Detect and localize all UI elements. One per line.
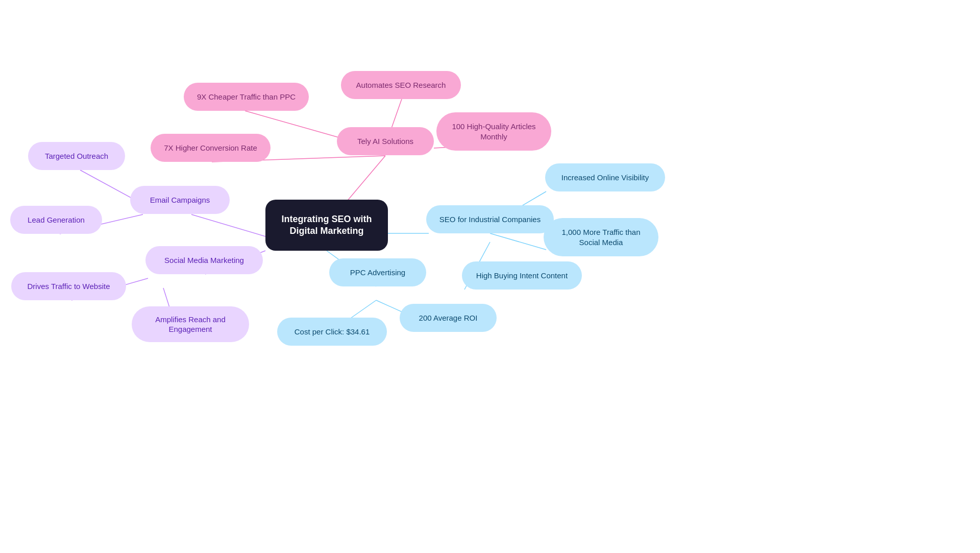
- drives-traffic-label: Drives Traffic to Website: [28, 281, 110, 292]
- avg-roi-label: 200 Average ROI: [419, 313, 478, 323]
- more-traffic-node: 1,000 More Traffic than Social Media: [544, 218, 658, 256]
- seo-industrial-label: SEO for Industrial Companies: [439, 214, 541, 225]
- tely-ai-node: Tely AI Solutions: [337, 127, 434, 155]
- social-media-node: Social Media Marketing: [145, 246, 263, 274]
- increased-visibility-node: Increased Online Visibility: [545, 163, 665, 191]
- cost-per-click-label: Cost per Click: $34.61: [295, 327, 370, 337]
- cost-per-click-node: Cost per Click: $34.61: [277, 318, 387, 346]
- lead-generation-node: Lead Generation: [10, 206, 102, 234]
- articles-monthly-node: 100 High-Quality Articles Monthly: [436, 112, 551, 151]
- high-buying-intent-node: High Buying Intent Content: [462, 261, 582, 290]
- articles-monthly-label: 100 High-Quality Articles Monthly: [447, 122, 541, 141]
- amplifies-reach-node: Amplifies Reach and Engagement: [132, 306, 249, 342]
- automates-seo-node: Automates SEO Research: [341, 71, 461, 99]
- social-media-label: Social Media Marketing: [164, 255, 244, 266]
- higher-conversion-label: 7X Higher Conversion Rate: [164, 143, 257, 153]
- svg-line-16: [490, 233, 546, 250]
- targeted-outreach-label: Targeted Outreach: [45, 151, 108, 161]
- center-node: Integrating SEO with Digital Marketing: [265, 200, 388, 251]
- more-traffic-label: 1,000 More Traffic than Social Media: [554, 227, 648, 247]
- amplifies-reach-label: Amplifies Reach and Engagement: [142, 315, 239, 334]
- ppc-advertising-node: PPC Advertising: [329, 258, 426, 286]
- higher-conversion-node: 7X Higher Conversion Rate: [151, 134, 271, 162]
- drives-traffic-node: Drives Traffic to Website: [11, 272, 126, 300]
- seo-industrial-node: SEO for Industrial Companies: [426, 205, 554, 233]
- increased-visibility-label: Increased Online Visibility: [561, 173, 649, 183]
- automates-seo-label: Automates SEO Research: [356, 80, 446, 90]
- svg-line-5: [191, 214, 265, 236]
- lead-generation-label: Lead Generation: [28, 215, 85, 225]
- avg-roi-node: 200 Average ROI: [400, 304, 497, 332]
- center-label: Integrating SEO with Digital Marketing: [276, 213, 378, 237]
- cheaper-traffic-label: 9X Cheaper Traffic than PPC: [197, 92, 296, 102]
- email-campaigns-node: Email Campaigns: [130, 186, 230, 214]
- targeted-outreach-node: Targeted Outreach: [28, 142, 125, 170]
- ppc-advertising-label: PPC Advertising: [350, 268, 405, 278]
- tely-ai-label: Tely AI Solutions: [357, 136, 413, 147]
- email-campaigns-label: Email Campaigns: [150, 195, 210, 205]
- high-buying-intent-label: High Buying Intent Content: [476, 271, 568, 281]
- cheaper-traffic-node: 9X Cheaper Traffic than PPC: [184, 83, 309, 111]
